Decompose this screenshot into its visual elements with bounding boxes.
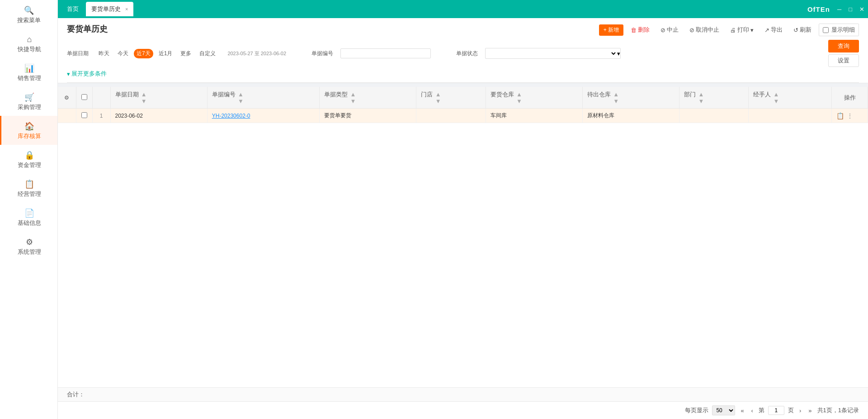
top-bar: 首页 要货单历史 × OfTEn ─ □ ✕ [58,0,868,18]
sidebar-item-finance[interactable]: 🔒 资金管理 [0,145,57,174]
tab-close-icon[interactable]: × [125,6,128,12]
col-dept[interactable]: 部门 ▲▼ [679,87,749,109]
basic-icon: 📄 [24,209,34,217]
content-area: 要货单历史 + 新增 🗑 删除 ⊘ 中止 ⊘ 取消中止 [58,18,868,419]
new-button[interactable]: + 新增 [599,24,623,36]
sidebar: 🔍 搜索菜单 ⌂ 快捷导航 📊 销售管理 🛒 采购管理 🏠 库存核算 🔒 资金管… [0,0,58,419]
table-row: 1 2023-06-02 YH-20230602-0 要货单要货 车间库 原材料… [58,109,868,123]
shortcut-more[interactable]: 更多 [178,49,194,58]
col-doc-type[interactable]: 单据类型 ▲▼ [320,87,416,109]
expand-icon: ▾ [67,71,70,77]
sidebar-item-quick-nav[interactable]: ⌂ 快捷导航 [0,29,57,58]
row-doc-no[interactable]: YH-20230602-0 [207,109,319,123]
date-range-display: 2023-05-27 至 2023-06-02 [227,50,286,57]
page-header: 要货单历史 + 新增 🗑 删除 ⊘ 中止 ⊘ 取消中止 [58,18,868,83]
close-btn[interactable]: ✕ [859,6,864,13]
row-store [416,109,486,123]
prev-page-btn[interactable]: ‹ [750,406,755,415]
page-title: 要货单历史 [67,24,108,34]
col-ops: 操作 [832,87,868,109]
shortcut-yesterday[interactable]: 昨天 [96,49,112,58]
display-cell-button[interactable]: 显示明细 [819,24,859,36]
page-input[interactable] [768,406,784,415]
sidebar-item-label: 库存核算 [18,132,41,140]
refresh-icon: ↺ [793,27,798,33]
delete-icon: 🗑 [631,27,637,33]
sidebar-search-item[interactable]: 🔍 搜索菜单 [0,0,57,29]
page-size-label: 每页显示 [685,406,708,414]
page-size-select[interactable]: 50 10 20 100 [712,405,735,415]
sidebar-item-label: 系统管理 [18,248,41,256]
tab-history[interactable]: 要货单历史 × [86,2,133,16]
col-doc-date[interactable]: 单据日期 ▲▼ [110,87,207,109]
export-button[interactable]: ↗ 导出 [761,24,786,36]
col-pending-warehouse[interactable]: 待出仓库 ▲▼ [582,87,679,109]
display-cell-checkbox[interactable] [823,27,829,33]
sales-icon: 📊 [24,64,34,72]
tab-home[interactable]: 首页 [61,2,84,16]
cancel-stop-icon: ⊘ [689,27,694,33]
tab-home-label: 首页 [67,5,79,13]
query-button[interactable]: 查询 [828,40,859,52]
status-label: 单据状态 [456,50,478,57]
minimize-btn[interactable]: ─ [837,6,841,13]
setting-button[interactable]: 设置 [828,54,859,67]
print-button[interactable]: 🖨 打印 ▾ [726,24,757,36]
sidebar-item-system[interactable]: ⚙ 系统管理 [0,232,57,261]
finance-icon: 🔒 [24,151,34,159]
cancel-stop-button[interactable]: ⊘ 取消中止 [686,24,723,36]
col-req-warehouse[interactable]: 要货仓库 ▲▼ [486,87,582,109]
shortcut-1month[interactable]: 近1月 [156,49,175,58]
row-doc-date: 2023-06-02 [110,109,207,123]
sidebar-item-label: 采购管理 [18,103,41,111]
row-ops: 📋 ⋮ [832,109,868,123]
shortcut-7days[interactable]: 近7天 [134,49,153,58]
sidebar-item-ops[interactable]: 📋 经营管理 [0,174,57,203]
sidebar-item-sales[interactable]: 📊 销售管理 [0,58,57,87]
col-doc-no[interactable]: 单据编号 ▲▼ [207,87,319,109]
inventory-icon: 🏠 [24,122,34,130]
shortcut-today[interactable]: 今天 [115,49,131,58]
purchase-icon: 🛒 [24,93,34,101]
col-check [76,87,92,109]
next-page-btn[interactable]: › [797,406,803,415]
maximize-btn[interactable]: □ [849,6,852,13]
row-checkbox[interactable] [81,112,87,118]
search-icon: 🔍 [24,6,34,14]
row-more-icon[interactable]: ⋮ [847,112,853,119]
row-handler [749,109,832,123]
table-empty-space [58,123,868,387]
sidebar-item-label: 销售管理 [18,74,41,82]
col-num [92,87,110,109]
sidebar-item-purchase[interactable]: 🛒 采购管理 [0,87,57,116]
table-wrapper: ⚙ 单据日期 ▲▼ 单据编号 ▲▼ [58,87,868,401]
row-dept [679,109,749,123]
stop-button[interactable]: ⊘ 中止 [657,24,682,36]
toolbar: + 新增 🗑 删除 ⊘ 中止 ⊘ 取消中止 🖨 打 [599,24,859,40]
page-label: 第 [759,406,764,414]
data-table: ⚙ 单据日期 ▲▼ 单据编号 ▲▼ [58,87,868,123]
expand-more-btn[interactable]: ▾ 展开更多条件 [67,70,107,78]
shortcut-custom[interactable]: 自定义 [197,49,218,58]
col-handler[interactable]: 经手人 ▲▼ [749,87,832,109]
row-pending-warehouse: 原材料仓库 [582,109,679,123]
sidebar-item-label: 资金管理 [18,161,41,169]
print-dropdown-icon: ▾ [750,27,754,33]
delete-button[interactable]: 🗑 删除 [627,24,653,36]
main-area: 首页 要货单历史 × OfTEn ─ □ ✕ 要货单历史 + 新增 🗑 删除 [58,0,868,419]
top-bar-right: OfTEn ─ □ ✕ [807,5,864,13]
select-all-checkbox[interactable] [81,94,87,100]
sidebar-item-inventory[interactable]: 🏠 库存核算 [0,116,57,145]
sidebar-item-label: 基础信息 [18,219,41,227]
col-settings[interactable]: ⚙ [58,87,76,109]
doc-no-input[interactable] [340,48,431,58]
col-store[interactable]: 门店 ▲▼ [416,87,486,109]
sidebar-item-basic[interactable]: 📄 基础信息 [0,203,57,232]
status-select[interactable] [486,48,617,58]
print-icon: 🖨 [730,27,736,33]
last-page-btn[interactable]: » [807,406,813,415]
first-page-btn[interactable]: « [739,406,745,415]
filter-row-2: ▾ 展开更多条件 [67,70,859,78]
row-edit-icon[interactable]: 📋 [836,112,844,119]
refresh-button[interactable]: ↺ 刷新 [790,24,815,36]
